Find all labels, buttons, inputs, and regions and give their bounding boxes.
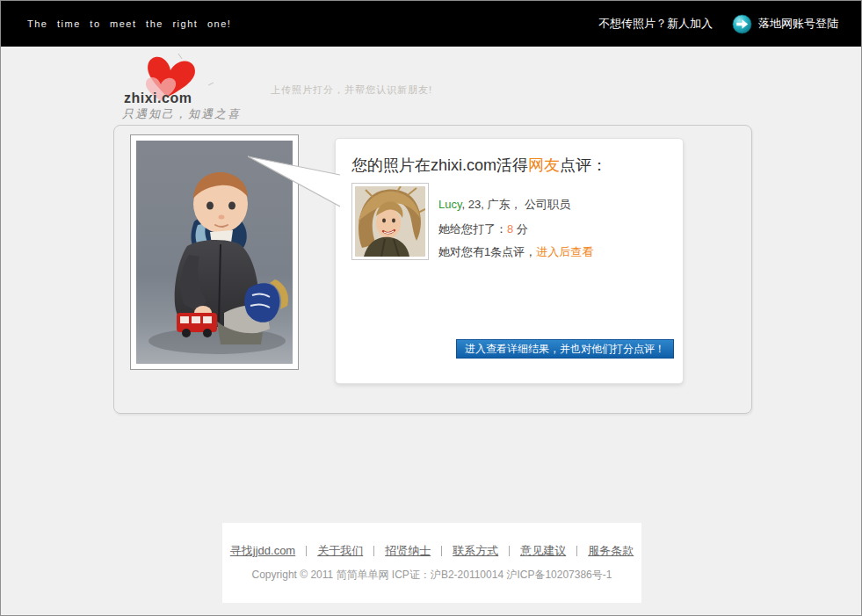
login-link-label: 落地网账号登陆 bbox=[758, 16, 838, 32]
card-title: 您的照片在zhixi.com活得网友点评： bbox=[351, 155, 607, 176]
footer-link-feedback[interactable]: 意见建议 bbox=[520, 543, 566, 559]
comment-line: 她对您有1条点评，进入后查看 bbox=[438, 244, 593, 260]
topbar-right: 不想传照片？新人加入 落地网账号登陆 bbox=[598, 1, 838, 47]
footer-link-terms[interactable]: 服务条款 bbox=[588, 543, 634, 559]
reviewer-info-line: Lucy, 23, 广东， 公司职员 bbox=[438, 197, 570, 213]
divider bbox=[441, 546, 442, 556]
logo[interactable]: zhixi.com 只遇知己，知遇之喜 bbox=[122, 52, 280, 122]
divider bbox=[306, 546, 307, 556]
footer-links: 寻找jjdd.com 关于我们 招贤纳士 联系方式 意见建议 服务条款 bbox=[230, 543, 634, 559]
score-label: 她给您打了： bbox=[438, 222, 507, 236]
divider bbox=[373, 546, 374, 556]
card-title-prefix: 您的照片在zhixi.com活得 bbox=[351, 156, 528, 174]
topbar: The time to meet the right one! 不想传照片？新人… bbox=[1, 1, 861, 47]
join-link[interactable]: 不想传照片？新人加入 bbox=[598, 16, 713, 32]
promo-text: 上传照片打分，并帮您认识新朋友! bbox=[271, 83, 432, 97]
page: The time to meet the right one! 不想传照片？新人… bbox=[0, 0, 862, 616]
card-title-suffix: 点评： bbox=[560, 156, 607, 174]
card-title-highlight: 网友 bbox=[528, 156, 560, 174]
footer-link-contact[interactable]: 联系方式 bbox=[453, 543, 498, 559]
score-value: 8 bbox=[507, 222, 513, 236]
reviewer-info-rest: , 23, 广东， 公司职员 bbox=[462, 198, 571, 211]
logo-text: zhixi.com bbox=[124, 91, 192, 106]
footer-link-jobs[interactable]: 招贤纳士 bbox=[385, 543, 431, 559]
speech-bubble-tail bbox=[245, 150, 340, 214]
reviewer-photo bbox=[355, 186, 425, 257]
divider bbox=[576, 546, 577, 556]
review-card: 您的照片在zhixi.com活得网友点评： bbox=[335, 138, 684, 384]
enter-details-button[interactable]: 进入查看详细结果，并也对他们打分点评！ bbox=[456, 339, 674, 359]
score-line: 她给您打了：8 分 bbox=[438, 221, 528, 237]
view-comment-link[interactable]: 进入后查看 bbox=[536, 245, 593, 258]
divider bbox=[509, 546, 510, 556]
footer: 寻找jjdd.com 关于我们 招贤纳士 联系方式 意见建议 服务条款 Copy… bbox=[222, 523, 641, 603]
footer-link-jjdd[interactable]: 寻找jjdd.com bbox=[230, 543, 295, 559]
score-unit: 分 bbox=[517, 222, 528, 236]
reviewer-name[interactable]: Lucy bbox=[438, 198, 462, 211]
reviewer-avatar[interactable] bbox=[351, 183, 429, 260]
copyright: Copyright © 2011 简简单单网 ICP证：沪B2-20110014… bbox=[252, 568, 612, 583]
footer-link-about[interactable]: 关于我们 bbox=[317, 543, 363, 559]
login-link[interactable]: 落地网账号登陆 bbox=[732, 14, 838, 34]
comment-count-text: 她对您有1条点评， bbox=[438, 245, 536, 258]
logo-tagline: 只遇知己，知遇之喜 bbox=[122, 106, 241, 122]
topbar-slogan: The time to meet the right one! bbox=[27, 18, 231, 29]
arrow-right-circle-icon bbox=[732, 14, 752, 34]
